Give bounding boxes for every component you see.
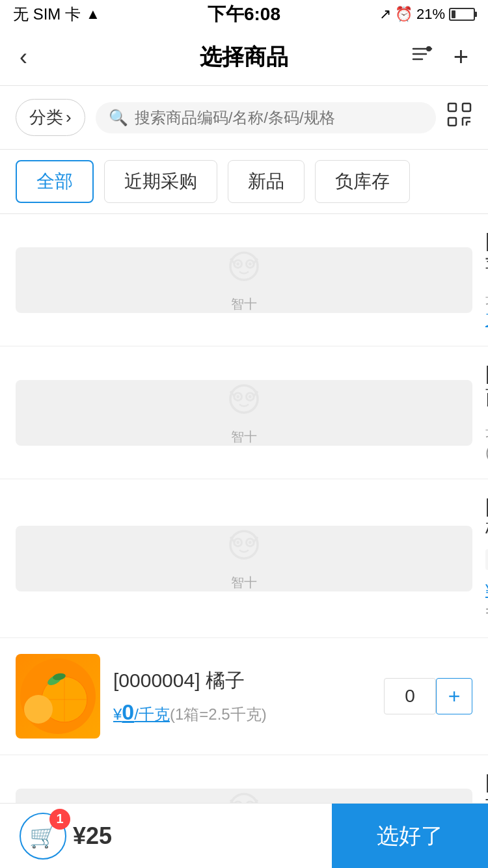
battery-icon <box>449 8 475 21</box>
product-image-0000003: 智十 <box>16 526 472 591</box>
product-info-0000004: [0000004] 橘子 ¥0/千克(1箱=2.5千克) <box>113 668 371 725</box>
tab-all[interactable]: 全部 <box>16 160 94 203</box>
svg-point-25 <box>236 541 239 544</box>
tab-recent[interactable]: 近期采购 <box>104 160 217 203</box>
page-title: 选择商品 <box>200 42 288 72</box>
status-left: 无 SIM 卡 ▲ <box>13 4 100 25</box>
product-spec: 250ml <box>485 549 488 570</box>
product-info-0000001: [0000001] 苹果 最新 ¥5/千克 <box>485 230 488 330</box>
filter-button[interactable] <box>411 42 434 72</box>
battery-text: 21% <box>416 6 445 23</box>
add-button[interactable]: + <box>454 42 468 72</box>
product-info-0000002: [0000002] 面包 最新 ¥2/包(1袋=5包) <box>485 362 488 463</box>
cart-button[interactable]: 🛒 1 <box>20 813 66 860</box>
svg-point-26 <box>249 541 252 544</box>
svg-point-3 <box>426 46 431 51</box>
svg-rect-5 <box>463 103 470 111</box>
wifi-icon: ▲ <box>86 6 100 23</box>
cart-section: 🛒 1 ¥25 <box>0 813 332 860</box>
svg-point-15 <box>236 262 239 265</box>
carrier-text: 无 SIM 卡 <box>13 4 81 25</box>
status-bar: 无 SIM 卡 ▲ 下午6:08 ↗ ⏰ 21% <box>0 0 488 29</box>
svg-point-32 <box>24 695 53 724</box>
location-icon: ↗ <box>379 6 391 23</box>
cart-badge: 1 <box>49 809 70 830</box>
nav-right-actions: + <box>411 42 468 72</box>
svg-point-21 <box>249 395 252 398</box>
product-name: [0000002] 面包 <box>485 362 488 411</box>
product-image-0000001: 智十 <box>16 247 472 313</box>
tab-bar: 全部 近期采购 新品 负库存 <box>0 150 488 214</box>
search-icon: 🔍 <box>109 109 128 127</box>
search-input[interactable] <box>135 109 423 127</box>
product-item: 智十 [0000002] 面包 最新 ¥2/包(1袋=5包) + <box>0 347 488 478</box>
product-name: [0000004] 橘子 <box>113 668 371 694</box>
tab-negative[interactable]: 负库存 <box>315 160 410 203</box>
product-name: [0000001] 苹果 <box>485 230 488 278</box>
product-info-0000003: [0000003] 矿泉水 250ml ¥0/瓶(1箱=12瓶) <box>485 495 488 621</box>
category-button[interactable]: 分类 › <box>16 99 85 136</box>
filter-bar: 分类 › 🔍 <box>0 86 488 150</box>
quantity-control-0000004: + <box>384 678 472 714</box>
qty-plus-button[interactable]: + <box>436 678 472 714</box>
cart-total: ¥25 <box>73 822 112 850</box>
bottom-bar: 🛒 1 ¥25 选好了 <box>0 803 488 868</box>
svg-point-20 <box>236 395 239 398</box>
scan-button[interactable] <box>446 102 472 133</box>
alarm-icon: ⏰ <box>395 6 413 23</box>
confirm-button[interactable]: 选好了 <box>332 804 488 869</box>
qty-input[interactable] <box>384 678 436 714</box>
tab-new[interactable]: 新品 <box>228 160 305 203</box>
svg-rect-6 <box>448 118 456 126</box>
svg-point-16 <box>249 262 252 265</box>
product-item: 智十 [0000003] 矿泉水 250ml ¥0/瓶(1箱=12瓶) + <box>0 480 488 637</box>
svg-rect-4 <box>448 103 456 111</box>
product-name: [0000003] 矿泉水 <box>485 495 488 544</box>
product-list: 智十 [0000001] 苹果 最新 ¥5/千克 − + <box>0 214 488 868</box>
back-button[interactable]: ‹ <box>20 44 27 71</box>
product-item: [0000004] 橘子 ¥0/千克(1箱=2.5千克) + <box>0 638 488 754</box>
product-image-0000002: 智十 <box>16 380 472 446</box>
status-right: ↗ ⏰ 21% <box>379 6 475 23</box>
nav-bar: ‹ 选择商品 + <box>0 29 488 86</box>
product-image-0000004 <box>16 654 100 739</box>
search-box: 🔍 <box>96 102 436 133</box>
product-item: 智十 [0000001] 苹果 最新 ¥5/千克 − + <box>0 214 488 346</box>
status-time: 下午6:08 <box>208 2 280 27</box>
